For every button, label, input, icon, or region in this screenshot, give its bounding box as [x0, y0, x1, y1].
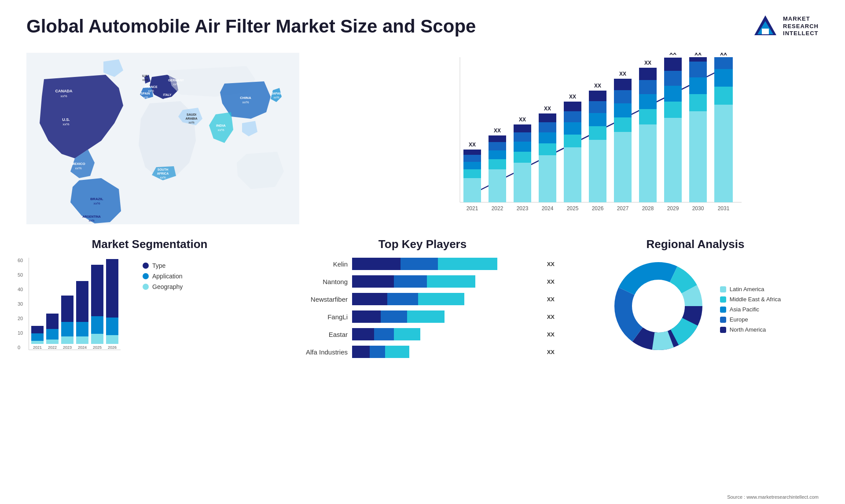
- svg-text:xx%: xx%: [188, 121, 194, 124]
- svg-text:SAUDI: SAUDI: [187, 113, 196, 116]
- svg-rect-99: [664, 71, 682, 86]
- newstar-bar-mid: [387, 293, 418, 305]
- bottom-row: Market Segmentation 0102030405060 2021: [0, 233, 845, 368]
- svg-text:xx%: xx%: [160, 176, 165, 179]
- svg-text:XX: XX: [594, 83, 601, 89]
- svg-rect-106: [689, 62, 707, 77]
- player-row-alfa: Alfa Industries XX: [290, 346, 555, 358]
- svg-text:SOUTH: SOUTH: [158, 168, 169, 171]
- svg-text:ARABIA: ARABIA: [185, 117, 197, 120]
- legend-latin-america: Latin America: [720, 286, 781, 292]
- svg-text:2027: 2027: [617, 205, 629, 212]
- svg-text:xx%: xx%: [242, 100, 249, 104]
- svg-rect-103: [689, 111, 707, 202]
- svg-rect-56: [514, 142, 531, 152]
- svg-rect-55: [514, 152, 531, 163]
- svg-rect-112: [714, 69, 733, 87]
- seg-legend: Type Application Geography: [143, 262, 183, 350]
- svg-text:ITALY: ITALY: [163, 93, 171, 96]
- legend-dot-type: [143, 263, 149, 269]
- svg-text:xx%: xx%: [164, 97, 170, 100]
- svg-text:CANADA: CANADA: [55, 89, 73, 93]
- svg-text:XX: XX: [694, 53, 702, 57]
- svg-rect-86: [614, 79, 632, 90]
- svg-rect-79: [589, 91, 606, 101]
- nantong-bar-light: [427, 275, 475, 288]
- eastar-bar-dark: [352, 328, 374, 340]
- svg-rect-111: [714, 87, 733, 105]
- eastar-bar-light: [394, 328, 420, 340]
- svg-text:INDIA: INDIA: [216, 124, 226, 128]
- svg-text:2025: 2025: [567, 205, 579, 212]
- svg-text:XX: XX: [569, 94, 576, 100]
- segmentation-section: Market Segmentation 0102030405060 2021: [18, 237, 282, 363]
- svg-rect-104: [689, 94, 707, 111]
- legend-application: Application: [143, 273, 183, 280]
- fangli-bar-mid: [381, 310, 407, 323]
- player-row-eastar: Eastar XX: [290, 328, 555, 340]
- svg-rect-75: [589, 140, 606, 202]
- svg-text:JAPAN: JAPAN: [271, 92, 281, 95]
- svg-text:XX: XX: [720, 53, 727, 57]
- svg-rect-78: [589, 101, 606, 113]
- player-row-nantong: Nantong XX: [290, 275, 555, 288]
- svg-rect-91: [639, 94, 657, 109]
- svg-rect-63: [539, 132, 556, 143]
- svg-text:2031: 2031: [718, 205, 730, 212]
- svg-text:2028: 2028: [642, 205, 654, 212]
- svg-text:2030: 2030: [692, 205, 704, 212]
- svg-rect-71: [564, 111, 581, 122]
- svg-rect-72: [564, 102, 581, 111]
- svg-text:U.K.: U.K.: [142, 74, 148, 77]
- svg-rect-42: [463, 162, 481, 169]
- regional-title: Regional Analysis: [647, 237, 745, 251]
- svg-rect-77: [589, 113, 606, 126]
- svg-text:xx%: xx%: [93, 201, 100, 205]
- svg-rect-69: [564, 135, 581, 147]
- svg-text:U.S.: U.S.: [62, 117, 70, 122]
- eastar-bar-mid: [374, 328, 394, 340]
- svg-rect-82: [614, 132, 632, 202]
- svg-text:xx%: xx%: [142, 78, 148, 81]
- svg-text:xx%: xx%: [173, 83, 179, 86]
- svg-rect-57: [514, 132, 531, 142]
- svg-text:2022: 2022: [492, 205, 503, 212]
- svg-text:xx%: xx%: [88, 219, 94, 222]
- svg-rect-49: [489, 150, 506, 159]
- svg-text:XX: XX: [494, 128, 501, 134]
- svg-rect-76: [589, 126, 606, 140]
- svg-rect-40: [463, 178, 481, 202]
- key-players-section: Top Key Players Kelin XX Nantong XX News…: [290, 237, 555, 363]
- svg-text:2021: 2021: [467, 205, 478, 212]
- svg-text:XX: XX: [519, 117, 526, 123]
- svg-rect-65: [539, 113, 556, 122]
- svg-rect-64: [539, 122, 556, 132]
- legend-dot-geography: [143, 284, 149, 290]
- svg-rect-98: [664, 86, 682, 102]
- svg-text:xx%: xx%: [62, 122, 69, 126]
- svg-rect-68: [564, 147, 581, 202]
- logo: MARKETRESEARCHINTELLECT: [752, 13, 819, 40]
- bar-chart-section: XX 2021 XX 2022 XX 2023: [429, 48, 827, 233]
- world-map: CANADA xx% U.S. xx% MEXICO xx% BRAZIL xx…: [26, 53, 299, 224]
- segmentation-title: Market Segmentation: [18, 237, 282, 251]
- nantong-value: XX: [547, 278, 555, 285]
- fangli-value: XX: [547, 314, 555, 320]
- svg-text:2029: 2029: [667, 205, 679, 212]
- player-row-newstarfiber: Newstarfiber XX: [290, 293, 555, 305]
- svg-text:ARGENTINA: ARGENTINA: [82, 215, 101, 218]
- svg-rect-89: [639, 124, 657, 202]
- legend-type: Type: [143, 262, 183, 269]
- svg-text:XX: XX: [669, 53, 676, 56]
- fangli-bar-light: [407, 310, 445, 323]
- svg-text:MEXICO: MEXICO: [71, 162, 85, 166]
- svg-text:xx%: xx%: [142, 96, 148, 99]
- donut-chart: [610, 258, 707, 354]
- kelin-bar-mid: [400, 258, 438, 270]
- svg-rect-110: [714, 105, 733, 202]
- svg-rect-93: [639, 68, 657, 80]
- svg-text:2026: 2026: [592, 205, 604, 212]
- legend-geography: Geography: [143, 283, 183, 290]
- logo-icon: [752, 13, 779, 40]
- svg-text:XX: XX: [644, 60, 651, 66]
